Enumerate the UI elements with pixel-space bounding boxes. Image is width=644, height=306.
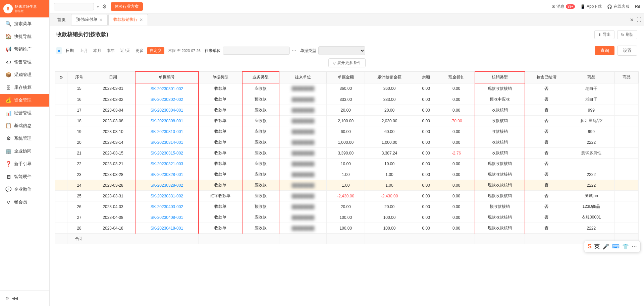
sidebar-item-marketing[interactable]: 📢 营销推广 xyxy=(0,43,49,56)
bill-no-link[interactable]: SK-20230314-001 xyxy=(151,140,183,145)
sidebar-item-enterprise[interactable]: 🏢 企业协同 xyxy=(0,145,49,158)
tab-receipt-exec[interactable]: 收款核销执行 ✕ xyxy=(108,14,148,25)
sidebar-item-inventory[interactable]: 🗄 库存核算 xyxy=(0,81,49,94)
sidebar-item-hardware[interactable]: 🖥 智能硬件 xyxy=(0,170,49,183)
query-button[interactable]: 查询 xyxy=(595,46,614,55)
setting-button[interactable]: 设置 xyxy=(617,46,637,56)
filter-dots[interactable]: ··· xyxy=(292,48,296,54)
bill-no-link[interactable]: SK-20230331-002 xyxy=(151,194,183,198)
tab-prepay-payable[interactable]: 预付/应付单 ✕ xyxy=(71,14,108,25)
filter-date-range: 不限 至 2023-07-26 xyxy=(168,48,200,53)
sidebar-item-label: 企业微信 xyxy=(14,186,32,192)
bill-no-link[interactable]: SK-20230308-001 xyxy=(151,119,183,123)
table-header-row: ⚙ 序号 日期 单据编号 单据类型 业务类型 往来单位 单据金额 累计核销金额 … xyxy=(55,71,639,83)
topbar-service[interactable]: 🎧 在线客服 xyxy=(607,4,630,9)
bill-no-link[interactable]: SK-20230418-001 xyxy=(151,226,183,231)
tab-controls: ✕ ⛶ xyxy=(630,17,641,22)
table-row[interactable]: 262023-04-03SK-20230403-002收款单预收款███████… xyxy=(55,201,639,212)
basic-icon: 📋 xyxy=(5,123,11,129)
col-gear[interactable]: ⚙ xyxy=(55,71,67,83)
settings-icon: ⚙ xyxy=(5,296,9,301)
app-label: App下载 xyxy=(587,4,602,9)
date-last-month-btn[interactable]: 上月 xyxy=(78,47,90,54)
partner-input[interactable] xyxy=(223,47,290,55)
tab-close-all-button[interactable]: ✕ xyxy=(630,17,634,22)
filter-toggle-button[interactable]: » xyxy=(56,47,62,54)
table-row[interactable]: 212023-03-15SK-20230315-002收款单应收款███████… xyxy=(55,148,639,159)
topbar-user[interactable]: Rit xyxy=(635,4,640,9)
tab-prepay-close[interactable]: ✕ xyxy=(99,17,103,22)
date-more-btn[interactable]: 更多 xyxy=(133,47,146,54)
sidebar-item-quick-nav[interactable]: 🏠 快捷导航 xyxy=(0,30,49,43)
bill-no-link[interactable]: SK-20230301-002 xyxy=(151,86,183,91)
bill-no-link[interactable]: SK-20230310-001 xyxy=(151,129,183,134)
table-row[interactable]: 272023-04-08SK-20230408-001收款单应收款███████… xyxy=(55,212,639,223)
date-this-month-btn[interactable]: 本月 xyxy=(91,47,103,54)
table-row[interactable]: 222023-03-21SK-20230321-003收款单应收款███████… xyxy=(55,159,639,169)
sales-icon: 🏷 xyxy=(5,59,11,65)
tab-home[interactable]: 首页 xyxy=(52,14,70,25)
table-row[interactable]: 182023-03-08SK-20230308-001收款单应收款███████… xyxy=(55,116,639,126)
sidebar-item-operation[interactable]: 📊 经营管理 xyxy=(0,107,49,119)
topbar-search-input[interactable] xyxy=(54,3,94,10)
bill-no-link[interactable]: SK-20230403-002 xyxy=(151,204,183,209)
message-badge: 99+ xyxy=(566,4,575,9)
sidebar-item-label: 智能硬件 xyxy=(14,174,32,180)
table-row[interactable]: 162023-03-02SK-20230302-002收款单预收款███████… xyxy=(55,94,639,105)
topbar-dropdown-icon[interactable]: ▼ xyxy=(96,4,100,9)
topbar-app-download[interactable]: 📱 App下载 xyxy=(580,4,602,9)
sidebar-logo-version: 标推版 xyxy=(15,9,37,13)
tab-expand-button[interactable]: ⛶ xyxy=(637,17,641,22)
service-label: 在线客服 xyxy=(613,4,630,9)
sidebar-item-sales[interactable]: 🏷 销售管理 xyxy=(0,56,49,68)
table-row[interactable]: 152023-03-01SK-20230301-002收款单应收款███████… xyxy=(55,83,639,94)
bill-no-link[interactable]: SK-20230321-003 xyxy=(151,162,183,166)
bill-no-link[interactable]: SK-20230408-001 xyxy=(151,215,183,220)
date-custom-btn[interactable]: 自定义 xyxy=(147,47,164,54)
bill-no-link[interactable]: SK-20230328-001 xyxy=(151,172,183,177)
mic-icon[interactable]: 🎤 xyxy=(602,243,609,250)
sidebar-item-basic-info[interactable]: 📋 基础信息 xyxy=(0,119,49,132)
more-icon[interactable]: ⋯ xyxy=(632,243,637,250)
expand-more-button[interactable]: ▽ 展开更多条件 xyxy=(328,58,366,67)
table-row[interactable]: 172023-03-04SK-20230304-001收款单应收款███████… xyxy=(55,105,639,116)
shirt-icon[interactable]: 👕 xyxy=(622,243,629,250)
member-icon: V xyxy=(5,199,11,205)
bill-no-link[interactable]: SK-20230302-002 xyxy=(151,97,183,102)
sidebar-item-system[interactable]: ⚙ 系统管理 xyxy=(0,132,49,145)
sidebar-item-label: 资金管理 xyxy=(14,97,32,103)
sidebar-item-purchase[interactable]: 📦 采购管理 xyxy=(0,68,49,81)
s-brand-icon: S xyxy=(588,243,592,250)
table-row[interactable]: 202023-03-14SK-20230314-001收款单应收款███████… xyxy=(55,137,639,148)
bill-no-link[interactable]: SK-20230328-002 xyxy=(151,183,183,188)
date-this-year-btn[interactable]: 本年 xyxy=(105,47,117,54)
topbar-message[interactable]: ✉ 消息 99+ xyxy=(552,4,575,9)
sidebar-item-wechat[interactable]: 💬 企业微信 xyxy=(0,183,49,196)
keyboard-icon[interactable]: ⌨ xyxy=(612,243,620,250)
table-body: 152023-03-01SK-20230301-002收款单应收款███████… xyxy=(55,83,639,244)
sidebar-item-search[interactable]: 🔍 搜索菜单 xyxy=(0,17,49,30)
date-7days-btn[interactable]: 近7天 xyxy=(118,47,132,54)
hardware-icon: 🖥 xyxy=(5,174,11,180)
sidebar-bottom-settings[interactable]: ⚙ ◀◀ xyxy=(0,293,49,303)
solution-button[interactable]: 体验行业方案 xyxy=(111,2,143,11)
table-row[interactable]: 232023-03-28SK-20230328-001收款单应收款███████… xyxy=(55,169,639,180)
table-row[interactable]: 282023-04-18SK-20230418-001收款单应收款███████… xyxy=(55,223,639,234)
message-label: 消息 xyxy=(556,4,565,9)
refresh-button[interactable]: ↻ 刷新 xyxy=(617,30,637,39)
bill-no-link[interactable]: SK-20230315-002 xyxy=(151,151,183,156)
sidebar-item-member[interactable]: V 畅会员 xyxy=(0,196,49,208)
sidebar-item-finance[interactable]: 💰 资金管理 xyxy=(0,94,49,107)
app-icon: 📱 xyxy=(580,4,585,9)
topbar-gear-icon[interactable]: ⚙ xyxy=(102,3,107,10)
sidebar-item-guide[interactable]: ❓ 新手引导 xyxy=(0,158,49,170)
table-row[interactable]: 242023-03-28SK-20230328-002收款单应收款███████… xyxy=(55,180,639,191)
table-row[interactable]: 192023-03-10SK-20230310-001收款单应收款███████… xyxy=(55,126,639,137)
bill-type-select[interactable] xyxy=(318,46,365,55)
export-button[interactable]: ⬆ 导出 xyxy=(594,30,614,39)
tab-receipt-close[interactable]: ✕ xyxy=(140,17,143,22)
col-product2: 商品 xyxy=(614,71,638,83)
sidebar-item-label: 销售管理 xyxy=(14,59,32,65)
table-row[interactable]: 252023-03-31SK-20230331-002红字收款单应收款█████… xyxy=(55,191,639,201)
bill-no-link[interactable]: SK-20230304-001 xyxy=(151,108,183,113)
